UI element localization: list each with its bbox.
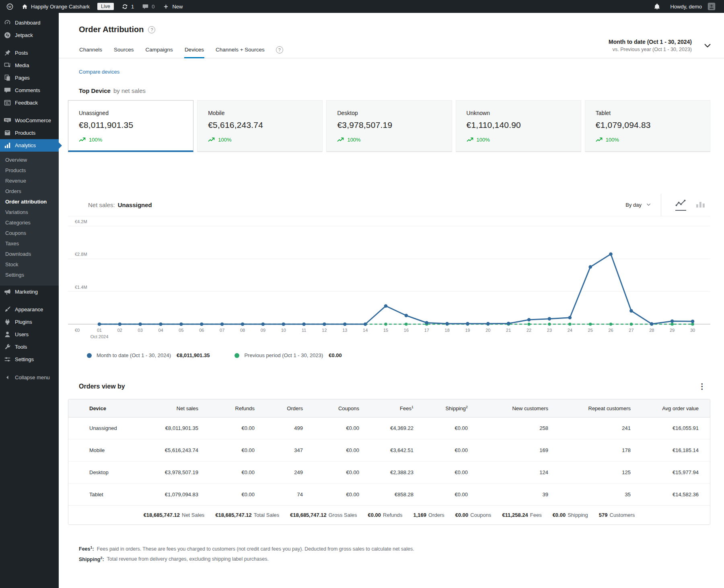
products-icon [4, 129, 11, 137]
submenu-item-coupons[interactable]: Coupons [0, 228, 59, 238]
sidebar-item-users[interactable]: Users [0, 328, 59, 341]
sidebar-item-marketing[interactable]: Marketing [0, 286, 59, 298]
compare-devices-link[interactable]: Compare devices [79, 69, 119, 75]
submenu-item-variations[interactable]: Variations [0, 207, 59, 218]
submenu-item-categories[interactable]: Categories [0, 218, 59, 228]
legend-item-previous-period-oct-1-30-2023[interactable]: Previous period (Oct 1 - 30, 2023)€0.00 [234, 352, 341, 358]
column-header-refunds[interactable]: Refunds [203, 399, 259, 417]
legend-item-month-to-date-oct-1-30-2024[interactable]: Month to date (Oct 1 - 30, 2024)€8,011,9… [87, 352, 210, 358]
tabs-help-icon[interactable]: ? [276, 46, 283, 53]
tab-devices[interactable]: Devices [184, 43, 204, 58]
submenu-item-order-attribution[interactable]: Order attribution [0, 197, 59, 207]
table-cell: 499 [259, 417, 308, 440]
sidebar-item-label: Media [15, 62, 29, 69]
table-cell: €0.00 [203, 417, 259, 440]
column-header-shipping[interactable]: Shipping2 [418, 399, 473, 417]
column-header-device[interactable]: Device [68, 399, 129, 417]
table-cell: €0.00 [418, 483, 473, 506]
wordpress-logo-icon[interactable]: W [2, 0, 17, 13]
svg-text:25: 25 [588, 328, 593, 333]
sidebar-item-dashboard[interactable]: Dashboard [0, 16, 59, 29]
sidebar-item-pages[interactable]: Pages [0, 72, 59, 84]
submenu-item-taxes[interactable]: Taxes [0, 238, 59, 249]
media-icon [4, 62, 11, 69]
tab-sources[interactable]: Sources [113, 43, 134, 58]
svg-text:23: 23 [547, 328, 552, 333]
notifications-bell-icon[interactable] [650, 0, 664, 13]
new-label: New [172, 4, 183, 10]
sidebar-item-label: Comments [15, 86, 40, 94]
column-header-coupons[interactable]: Coupons [308, 399, 364, 417]
bar-chart-toggle[interactable] [691, 200, 710, 210]
tab-campaigns[interactable]: Campaigns [145, 43, 173, 58]
table-cell: €2,388.23 [364, 461, 418, 483]
sidebar-item-tools[interactable]: Tools [0, 341, 59, 353]
table-row-mobile: Mobile€5,616,243.74€0.00347€0.00€3,642.5… [68, 439, 710, 461]
line-chart[interactable]: €1.4M€2.8M€4.2M€001020304050607080910111… [68, 216, 710, 343]
table-cell: €0.00 [418, 439, 473, 461]
column-header-fees[interactable]: Fees1 [364, 399, 418, 417]
updates-count: 1 [131, 4, 134, 10]
submenu-item-settings[interactable]: Settings [0, 270, 59, 280]
column-header-new-customers[interactable]: New customers [473, 399, 553, 417]
submenu-item-overview[interactable]: Overview [0, 155, 59, 165]
svg-text:€1.4M: €1.4M [75, 285, 87, 290]
table-cell: 249 [259, 461, 308, 483]
sidebar-item-media[interactable]: Media [0, 59, 59, 72]
sidebar-item-posts[interactable]: Posts [0, 47, 59, 59]
date-range-primary: Month to date (Oct 1 - 30, 2024) [609, 39, 692, 45]
sidebar-item-comments[interactable]: Comments [0, 84, 59, 97]
submenu-item-products[interactable]: Products [0, 165, 59, 176]
device-card-unknown[interactable]: Unknown€1,110,140.90100% [456, 100, 581, 152]
account-menu[interactable]: Howdy, demo [666, 0, 719, 13]
device-card-unassigned[interactable]: Unassigned€8,011,901.35100% [68, 100, 193, 152]
sidebar-item-appearance[interactable]: Appearance [0, 303, 59, 316]
chevron-down-icon[interactable] [703, 41, 712, 50]
sidebar-item-woocommerce[interactable]: WooWooCommerce [0, 114, 59, 127]
date-range-picker[interactable]: Month to date (Oct 1 - 30, 2024) vs. Pre… [609, 39, 712, 52]
avatar [708, 3, 715, 10]
column-header-orders[interactable]: Orders [259, 399, 308, 417]
device-card-tablet[interactable]: Tablet€1,079,094.83100% [585, 100, 710, 152]
admin-sidebar: DashboardJetpackPostsMediaPagesCommentsF… [0, 13, 59, 588]
sidebar-menu-lower: MarketingAppearancePluginsUsersToolsSett… [0, 286, 59, 366]
device-card-mobile[interactable]: Mobile€5,616,243.74100% [197, 100, 323, 152]
settings-icon [4, 356, 11, 363]
submenu-item-orders[interactable]: Orders [0, 186, 59, 197]
pages-icon [4, 74, 11, 82]
kebab-menu-icon[interactable]: ⋮ [694, 382, 710, 391]
new-content-button[interactable]: New [158, 0, 187, 13]
submenu-item-stock[interactable]: Stock [0, 259, 59, 270]
collapse-arrow-icon [4, 374, 11, 381]
submenu-item-revenue[interactable]: Revenue [0, 176, 59, 186]
sidebar-item-products[interactable]: Products [0, 127, 59, 139]
sidebar-item-plugins[interactable]: Plugins [0, 316, 59, 328]
collapse-menu-label: Collapse menu [15, 374, 50, 381]
site-name-link[interactable]: Happily Orange Catshark [17, 0, 94, 13]
interval-select[interactable]: By day [625, 202, 651, 208]
tab-channels[interactable]: Channels [79, 43, 103, 58]
column-header-avg-order-value[interactable]: Avg order value [636, 399, 710, 417]
top-device-subtitle: by net sales [113, 87, 146, 94]
comments-indicator[interactable]: 0 [138, 0, 158, 13]
svg-text:05: 05 [179, 328, 183, 333]
column-header-net-sales[interactable]: Net sales [129, 399, 203, 417]
sidebar-item-jetpack[interactable]: Jetpack [0, 29, 59, 41]
legend-dot [87, 353, 92, 358]
table-cell: €0.00 [203, 461, 259, 483]
sidebar-item-label: Marketing [15, 288, 38, 296]
device-card-desktop[interactable]: Desktop€3,978,507.19100% [326, 100, 452, 152]
sidebar-item-feedback[interactable]: Feedback [0, 97, 59, 109]
tab-channels-sources[interactable]: Channels + Sources [215, 43, 265, 58]
page-help-icon[interactable]: ? [148, 26, 155, 33]
comments-icon [4, 86, 11, 94]
line-chart-toggle[interactable] [671, 199, 691, 211]
collapse-menu-button[interactable]: Collapse menu [0, 371, 59, 384]
column-header-repeat-customers[interactable]: Repeat customers [553, 399, 636, 417]
trend-value: 100% [89, 137, 102, 143]
submenu-item-downloads[interactable]: Downloads [0, 249, 59, 259]
updates-indicator[interactable]: 1 [117, 0, 138, 13]
sidebar-item-label: Pages [15, 74, 30, 82]
sidebar-item-settings[interactable]: Settings [0, 353, 59, 366]
sidebar-item-analytics[interactable]: Analytics [0, 139, 59, 152]
